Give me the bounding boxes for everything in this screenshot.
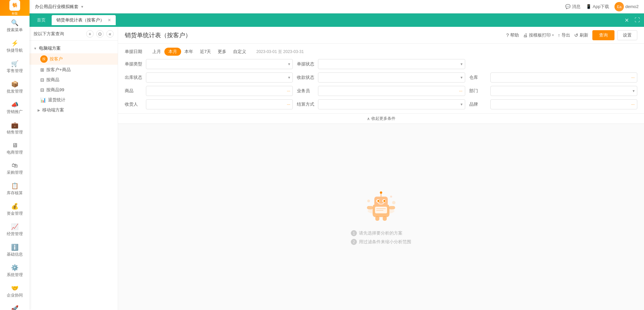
doc-type-input[interactable] <box>146 59 293 69</box>
tree-item-label: 按商品99 <box>46 87 64 93</box>
user-label: demo2 <box>625 4 639 9</box>
sidebar-item-quick[interactable]: ⚡ 快捷导航 <box>0 36 30 57</box>
tab-report-close[interactable]: ✕ <box>108 18 111 22</box>
sidebar-item-operations[interactable]: 📈 经营管理 <box>0 220 30 240</box>
tab-home[interactable]: 首页 <box>32 15 50 25</box>
goods-input[interactable] <box>146 86 293 96</box>
svg-rect-10 <box>389 206 395 209</box>
svg-rect-13 <box>375 207 387 213</box>
close-all-button[interactable]: ✕ <box>623 16 631 24</box>
tree-item-customer-goods[interactable]: ⊞ 按客户+商品 <box>30 65 118 75</box>
sidebar-item-label: 采购管理 <box>7 170 23 175</box>
message-button[interactable]: 💬 消息 <box>565 4 581 10</box>
empty-state: 1 请先选择要分析的方案 2 用过滤条件来缩小分析范围 <box>118 124 644 310</box>
message-icon: 💬 <box>565 4 571 9</box>
brand-more-icon[interactable]: ··· <box>631 102 635 107</box>
settings-scheme-button[interactable]: ⊙ <box>96 30 104 38</box>
refresh-button[interactable]: ↺ 刷新 <box>574 32 588 38</box>
warehouse-more-icon[interactable]: ··· <box>631 75 635 80</box>
add-scheme-button[interactable]: + <box>86 30 94 38</box>
warehouse-cell: 仓库 ··· <box>469 72 637 83</box>
tree-item-icon: 📊 <box>40 97 46 103</box>
sidebar-item-collab[interactable]: 🤝 企业协同 <box>0 281 30 302</box>
date-tab-this-year[interactable]: 本年 <box>181 48 197 56</box>
pay-status-input[interactable] <box>318 72 465 83</box>
user-menu[interactable]: Ea demo2 <box>614 2 639 11</box>
tree-item-by-goods[interactable]: ⊟ 按商品 <box>30 75 118 85</box>
dept-input[interactable] <box>490 86 637 96</box>
sidebar-item-wholesale[interactable]: 📦 批发管理 <box>0 77 30 98</box>
sidebar-item-label: 营销推广 <box>7 109 23 115</box>
page-header-actions: ? 帮助 🖨 按模板打印 ▾ ↑ 导出 ↺ 刷新 <box>506 30 637 40</box>
sidebar-item-sales[interactable]: 💼 销售管理 <box>0 118 30 139</box>
left-panel: 按以下方案查询 + ⊙ « ▼ 电脑端方案 按 按客户 ⊞ 按客户 <box>30 27 118 310</box>
tab-report[interactable]: 销货单统计表（按客户） ✕ <box>52 15 116 25</box>
settle-cell: 结算方式 ▾ <box>297 99 465 109</box>
date-tab-more[interactable]: 更多 <box>214 48 230 56</box>
sidebar-item-system[interactable]: ⚙️ 系统管理 <box>0 261 30 281</box>
sidebar-item-ecommerce[interactable]: 🖥 电商管理 <box>0 139 30 159</box>
salesman-more-icon[interactable]: ··· <box>459 89 463 93</box>
operations-icon: 📈 <box>11 223 18 230</box>
sidebar-item-inventory[interactable]: 📋 库存核算 <box>0 179 30 199</box>
ship-status-input[interactable] <box>146 72 293 83</box>
brand-input[interactable] <box>490 99 637 109</box>
help-label: 帮助 <box>510 32 519 38</box>
date-tab-this-month[interactable]: 本月 <box>164 48 181 56</box>
receiver-more-icon[interactable]: ··· <box>287 102 290 107</box>
help-icon: ? <box>506 33 509 38</box>
app-download-button[interactable]: 📱 App下载 <box>586 4 609 10</box>
sidebar-item-newbie[interactable]: 🚀 新手引导 <box>0 302 30 310</box>
date-range-text: 2023-03-01 至 2023-03-31 <box>256 49 304 55</box>
collapse-panel-button[interactable]: « <box>106 30 114 38</box>
tree-item-return-stats[interactable]: 📊 退货统计 <box>30 95 118 105</box>
sidebar-item-label: 批发管理 <box>7 89 23 94</box>
sidebar-item-marketing[interactable]: 📣 营销推广 <box>0 98 30 118</box>
sidebar-item-label: 系统管理 <box>7 272 23 278</box>
sidebar-item-finance[interactable]: 💰 资金管理 <box>0 199 30 220</box>
refresh-label: 刷新 <box>580 32 588 38</box>
tree-item-by-customer[interactable]: 按 按客户 <box>30 53 118 65</box>
print-button[interactable]: 🖨 按模板打印 ▾ <box>523 32 554 38</box>
sidebar-item-purchase[interactable]: 🛍 采购管理 <box>0 159 30 179</box>
tree-item-by-goods99[interactable]: ⊟ 按商品99 <box>30 85 118 95</box>
doc-status-cell: 单据状态 ▾ <box>297 59 465 69</box>
receiver-input[interactable] <box>146 99 293 109</box>
pay-status-cell: 收款状态 ▾ <box>297 72 465 83</box>
settings-button[interactable]: 设置 <box>617 30 637 40</box>
export-button[interactable]: ↑ 导出 <box>558 32 570 38</box>
tree-desktop-group[interactable]: ▼ 电脑端方案 <box>30 43 118 53</box>
system-icon: ⚙️ <box>11 264 18 271</box>
date-tab-custom[interactable]: 自定义 <box>230 48 250 56</box>
tree-mobile-group[interactable]: ▶ 移动端方案 <box>30 105 118 115</box>
pay-status-wrap: ▾ <box>318 72 465 83</box>
collapse-bar[interactable]: ∧ 收起更多条件 <box>118 114 644 124</box>
date-label: 单据日期 <box>125 49 145 55</box>
settle-input[interactable] <box>318 99 465 109</box>
sidebar-item-retail[interactable]: 🛒 零售管理 <box>0 57 30 77</box>
app-logo[interactable]: 畅 标版 <box>0 0 30 16</box>
doc-status-input[interactable] <box>318 59 465 69</box>
hint-num-2: 2 <box>351 239 357 245</box>
sidebar-item-search[interactable]: 🔍 搜索菜单 <box>0 16 30 36</box>
sidebar-item-base[interactable]: ℹ️ 基础信息 <box>0 240 30 261</box>
hint-text-2: 用过滤条件来缩小分析范围 <box>359 239 411 245</box>
warehouse-input[interactable] <box>490 72 637 83</box>
ship-status-label: 出库状态 <box>125 74 143 81</box>
purchase-icon: 🛍 <box>12 162 18 169</box>
date-tab-last-month[interactable]: 上月 <box>149 48 164 56</box>
download-icon: 📱 <box>586 4 591 9</box>
query-button[interactable]: 查询 <box>592 30 614 40</box>
tree-item-label: 退货统计 <box>48 97 65 103</box>
salesman-input[interactable] <box>318 86 465 96</box>
tree-section: ▼ 电脑端方案 按 按客户 ⊞ 按客户+商品 ⊟ 按商品 ⊟ 按商品99 <box>30 41 118 118</box>
expand-button[interactable]: ⛶ <box>633 16 641 24</box>
svg-rect-12 <box>383 216 387 221</box>
date-tab-7days[interactable]: 近7天 <box>197 48 214 56</box>
topbar-right: 💬 消息 📱 App下载 Ea demo2 <box>565 2 639 11</box>
title-dropdown-icon[interactable]: ▾ <box>81 4 83 9</box>
help-button[interactable]: ? 帮助 <box>506 32 519 38</box>
svg-rect-9 <box>367 206 373 209</box>
sidebar-item-label: 搜索菜单 <box>7 27 23 33</box>
goods-more-icon[interactable]: ··· <box>287 89 290 93</box>
